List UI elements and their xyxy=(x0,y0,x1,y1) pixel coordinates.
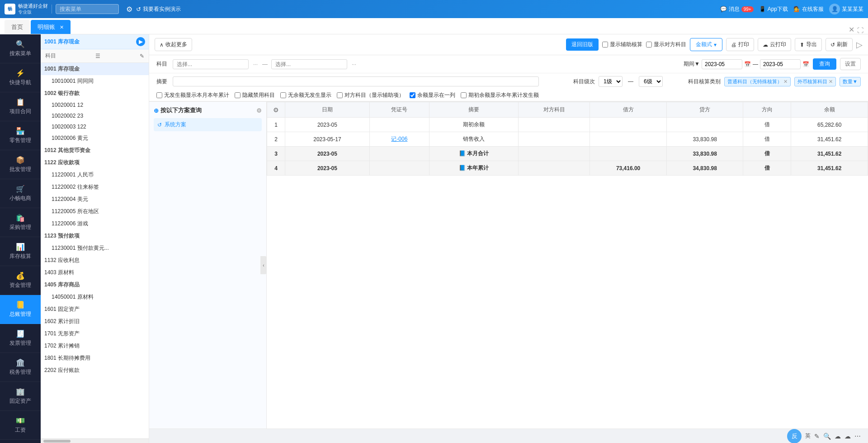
period-label[interactable]: 期间▼ xyxy=(684,60,700,68)
sidebar-item-capital[interactable]: 💰 资金管理 xyxy=(0,266,41,295)
sidebar-item-retail-mgmt[interactable]: 🏪 零售管理 xyxy=(0,121,41,150)
tree-item-1701[interactable]: 1701 无形资产 xyxy=(41,328,149,340)
opening-show-checkbox[interactable]: 期初余额显示本年累计发生额 xyxy=(461,91,539,99)
print-btn[interactable]: 🖨 打印 xyxy=(726,38,754,51)
sidebar-item-project-contract[interactable]: 📋 项目合同 xyxy=(0,92,41,121)
app-download-btn[interactable]: 📱 App下载 xyxy=(759,5,788,13)
tree-item-11230001[interactable]: 11230001 预付款黄元... xyxy=(41,242,149,254)
period-end-input[interactable] xyxy=(760,59,801,69)
global-search-input[interactable] xyxy=(56,4,119,14)
tree-item-10020002[interactable]: 10020002 23 xyxy=(41,110,149,121)
no-balance-show-checkbox[interactable]: 无余额无发生显示 xyxy=(280,91,331,99)
tree-item-1002[interactable]: 1002 银行存款 xyxy=(41,87,149,100)
tree-item-1403[interactable]: 1403 原材料 xyxy=(41,267,149,279)
back-to-old-btn[interactable]: 退回旧版 xyxy=(566,38,599,51)
bottom-cloud-icon[interactable]: ☁ xyxy=(835,433,841,440)
filter-tag-normal-remove[interactable]: ✕ xyxy=(783,79,788,85)
contra-show-checkbox[interactable]: 对方科目（显示辅助项） xyxy=(337,91,404,99)
tree-item-11220002[interactable]: 11220002 往来标签 xyxy=(41,181,149,193)
sidebar-item-salary[interactable]: 💵 工资 xyxy=(0,411,41,440)
opening-show-input[interactable] xyxy=(461,92,467,98)
sidebar-item-invoice[interactable]: 🧾 发票管理 xyxy=(0,324,41,353)
subject-level-end-select[interactable]: 6级 xyxy=(639,76,663,87)
sidebar-item-wholesale-mgmt[interactable]: 📦 批发管理 xyxy=(0,150,41,179)
gear-icon[interactable]: ⚙ xyxy=(126,5,132,14)
show-aux-calc-input[interactable] xyxy=(602,42,608,48)
set-btn[interactable]: 设置 xyxy=(840,58,861,70)
tree-item-11220005[interactable]: 11220005 所在地区 xyxy=(41,205,149,218)
balance-one-col-checkbox[interactable]: 余额显示在一列 xyxy=(410,91,455,99)
scrollbar-thumb[interactable] xyxy=(43,440,71,443)
tree-item-1801[interactable]: 1801 长期待摊费用 xyxy=(41,352,149,364)
query-btn[interactable]: 查询 xyxy=(813,58,836,70)
subject-nav-arrow-btn[interactable]: ▶ xyxy=(136,37,145,46)
tree-item-1405[interactable]: 1405 库存商品 xyxy=(41,279,149,291)
filter-tag-forex-remove[interactable]: ✕ xyxy=(829,79,833,85)
tree-item-1122[interactable]: 1122 应收款项 xyxy=(41,157,149,169)
tab-bar-close-icon[interactable]: ✕ xyxy=(849,25,854,34)
message-btn[interactable]: 💬 消息 99+ xyxy=(720,5,754,13)
calendar-end-icon[interactable]: 📅 xyxy=(802,61,809,67)
bottom-edit-icon[interactable]: ✎ xyxy=(814,433,820,440)
table-gear-icon[interactable]: ⚙ xyxy=(273,106,279,114)
bottom-cloud2-icon[interactable]: ☁ xyxy=(844,433,851,440)
tree-item-1012[interactable]: 1012 其他货币资金 xyxy=(41,144,149,157)
demo-link[interactable]: ↺ 我要看实例演示 xyxy=(136,5,181,13)
query-panel-settings-icon[interactable]: ⚙ xyxy=(256,107,262,114)
show-aux-calc-checkbox[interactable]: 显示辅助核算 xyxy=(602,41,642,48)
bottom-main-btn[interactable]: 反 xyxy=(787,429,802,443)
tree-item-1601[interactable]: 1601 固定资产 xyxy=(41,303,149,315)
cloud-print-btn[interactable]: ☁ 云打印 xyxy=(758,38,791,51)
no-amount-show-input[interactable] xyxy=(156,92,162,98)
export-btn[interactable]: ⬆ 导出 xyxy=(795,38,822,51)
tree-item-1001[interactable]: 1001 库存现金 xyxy=(41,63,149,75)
tree-item-2202[interactable]: 2202 应付账款 xyxy=(41,364,149,376)
tree-item-11220001[interactable]: 11220001 人民币 xyxy=(41,169,149,181)
expand-more-btn[interactable]: ∧ 收起更多 xyxy=(155,38,192,51)
header-list-icon[interactable]: ☰ xyxy=(95,53,100,59)
sidebar-item-operation[interactable]: 📈 经营管理 xyxy=(0,440,41,443)
sidebar-item-purchase[interactable]: 🛍️ 采购管理 xyxy=(0,208,41,237)
sidebar-collapse-right-icon[interactable]: ▷ xyxy=(856,40,863,50)
sidebar-item-ecom[interactable]: 🛒 小畅电商 xyxy=(0,179,41,208)
sidebar-item-tax[interactable]: 🏛️ 税务管理 xyxy=(0,353,41,382)
horizontal-scrollbar[interactable] xyxy=(41,438,149,443)
tree-item-1123[interactable]: 1123 预付款项 xyxy=(41,230,149,242)
tree-item-1602[interactable]: 1602 累计折旧 xyxy=(41,315,149,328)
show-contra-subject-checkbox[interactable]: 显示对方科目 xyxy=(646,41,686,48)
tree-item-14050001[interactable]: 14050001 原材料 xyxy=(41,291,149,303)
balance-one-col-input[interactable] xyxy=(410,92,415,98)
tree-item-10010001[interactable]: 10010001 同同同 xyxy=(41,75,149,87)
tab-close-icon[interactable]: ✕ xyxy=(60,24,64,30)
tab-detail-ledger[interactable]: 明细账 ✕ xyxy=(31,20,71,34)
period-start-input[interactable] xyxy=(702,59,742,69)
sidebar-item-quick-nav[interactable]: ⚡ 快捷导航 xyxy=(0,63,41,92)
show-contra-subject-input[interactable] xyxy=(646,42,652,48)
bottom-more-icon[interactable]: ⋯ xyxy=(854,433,861,440)
filter-summary-input[interactable] xyxy=(173,76,539,86)
header-edit-icon[interactable]: ✎ xyxy=(140,53,144,59)
tree-item-10020006[interactable]: 10020006 黄元 xyxy=(41,132,149,144)
refresh-btn[interactable]: ↺ 刷新 xyxy=(826,38,853,51)
subject-level-start-select[interactable]: 1级 xyxy=(599,76,623,87)
lang-switch-btn[interactable]: 英 xyxy=(805,432,811,440)
hide-disabled-input[interactable] xyxy=(235,92,241,98)
sidebar-item-ledger[interactable]: 📒 总账管理 xyxy=(0,295,41,324)
user-profile[interactable]: 👤 某某某某 xyxy=(829,4,863,14)
calendar-start-icon[interactable]: 📅 xyxy=(744,61,751,67)
tree-item-11220004[interactable]: 11220004 美元 xyxy=(41,193,149,205)
no-balance-show-input[interactable] xyxy=(280,92,286,98)
amount-format-btn[interactable]: 金额式 ▾ xyxy=(690,38,722,51)
hide-disabled-checkbox[interactable]: 隐藏禁用科目 xyxy=(235,91,275,99)
tree-item-10020003[interactable]: 10020003 122 xyxy=(41,121,149,132)
tree-item-1702[interactable]: 1702 累计摊销 xyxy=(41,340,149,352)
tree-item-1132[interactable]: 1132 应收利息 xyxy=(41,254,149,267)
tree-item-10020001[interactable]: 10020001 12 xyxy=(41,100,149,110)
no-amount-show-checkbox[interactable]: 无发生额显示本月本年累计 xyxy=(156,91,229,99)
online-service-btn[interactable]: 💁 在线客服 xyxy=(793,5,824,13)
query-panel-collapse-btn[interactable]: ‹ xyxy=(260,256,267,274)
contra-show-input[interactable] xyxy=(337,92,343,98)
filter-subject-input[interactable] xyxy=(173,59,249,69)
filter-tag-quantity[interactable]: 数量▼ xyxy=(840,77,861,86)
filter-subject-end-input[interactable] xyxy=(271,59,347,69)
